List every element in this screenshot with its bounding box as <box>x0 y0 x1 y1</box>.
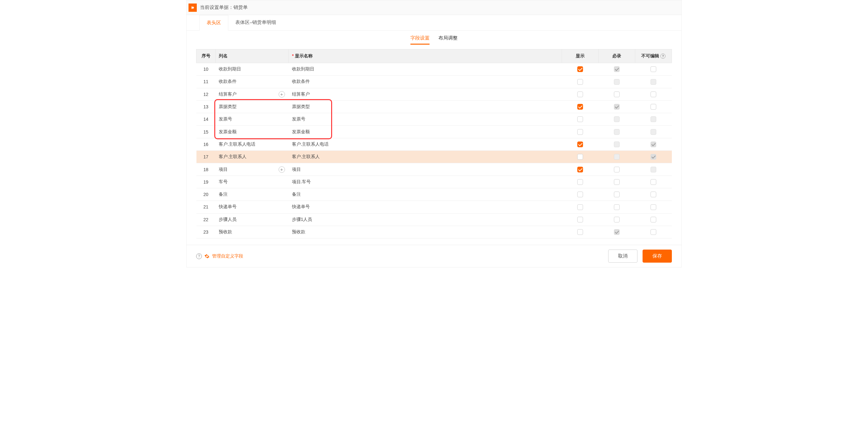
show-checkbox[interactable] <box>577 204 583 210</box>
cell-ne <box>635 125 672 138</box>
cell-display-name[interactable]: 客户.主联系人电话 <box>289 138 562 150</box>
cell-display-name[interactable]: 备注 <box>289 188 562 200</box>
table-row: 10收款到期日收款到期日 <box>196 63 672 76</box>
show-checkbox[interactable] <box>577 217 583 223</box>
req-checkbox[interactable] <box>614 192 620 197</box>
cell-display-name[interactable]: 项目.车号 <box>289 176 562 188</box>
show-checkbox[interactable] <box>577 79 583 85</box>
cell-ne <box>635 188 672 200</box>
show-checkbox[interactable] <box>577 91 583 97</box>
cell-name: 快递单号 <box>216 201 289 213</box>
req-checkbox[interactable] <box>614 204 620 210</box>
save-button[interactable]: 保存 <box>643 250 672 263</box>
cell-req <box>599 176 635 188</box>
subtab-1[interactable]: 布局调整 <box>438 35 458 45</box>
expand-button[interactable] <box>188 3 197 12</box>
ne-checkbox[interactable] <box>651 217 656 223</box>
show-checkbox[interactable] <box>577 154 583 160</box>
table-row: 21快递单号快递单号 <box>196 201 672 213</box>
cell-display-name[interactable]: 票据类型 <box>289 101 562 113</box>
show-checkbox[interactable] <box>577 142 583 147</box>
footer-bar: ? 管理自定义字段 取消 保存 <box>187 245 681 267</box>
cell-show <box>562 201 599 213</box>
ne-checkbox[interactable] <box>651 179 656 185</box>
add-child-button[interactable]: + <box>279 91 285 97</box>
show-checkbox[interactable] <box>577 179 583 185</box>
cell-display-name[interactable]: 收款到期日 <box>289 63 562 76</box>
cell-display-name[interactable]: 发票号 <box>289 113 562 125</box>
tab-1[interactable]: 表体区–销货单明细 <box>228 15 283 30</box>
req-checkbox[interactable] <box>614 217 620 223</box>
ne-checkbox[interactable] <box>651 204 656 210</box>
cell-ne <box>635 163 672 176</box>
cell-ne <box>635 201 672 213</box>
help-icon[interactable]: ? <box>660 54 665 59</box>
cell-name: 收款条件 <box>216 76 289 88</box>
field-table-wrap: 序号 列名 *显示名称 显示 必录 不可编辑? 10收款到期日收款到期日11收款… <box>187 49 681 245</box>
cell-seq: 10 <box>196 63 216 76</box>
ne-checkbox <box>651 142 656 147</box>
cell-name: 票据类型 <box>216 101 289 113</box>
show-checkbox[interactable] <box>577 167 583 172</box>
cell-req <box>599 213 635 226</box>
req-checkbox[interactable] <box>614 167 620 172</box>
tab-0[interactable]: 表头区 <box>199 15 228 31</box>
cell-display-name[interactable]: 结算客户 <box>289 88 562 101</box>
cell-display-name[interactable]: 收款条件 <box>289 76 562 88</box>
cell-ne <box>635 63 672 76</box>
question-icon[interactable]: ? <box>196 253 202 259</box>
table-row: 19车号项目.车号 <box>196 176 672 188</box>
ne-checkbox[interactable] <box>651 104 656 110</box>
col-header-name: 列名 <box>216 49 289 63</box>
ne-checkbox[interactable] <box>651 66 656 72</box>
cell-display-name[interactable]: 预收款 <box>289 226 562 238</box>
gear-icon <box>205 254 210 259</box>
cancel-button[interactable]: 取消 <box>608 250 638 263</box>
chevron-right-double-icon <box>190 5 195 10</box>
cell-display-name[interactable]: 项目 <box>289 163 562 176</box>
col-header-display-label: 显示名称 <box>295 53 313 58</box>
cell-display-name[interactable]: 步骤1人员 <box>289 213 562 226</box>
show-checkbox[interactable] <box>577 129 583 135</box>
req-checkbox[interactable] <box>614 91 620 97</box>
cell-req <box>599 76 635 88</box>
cell-req <box>599 201 635 213</box>
req-checkbox <box>614 229 620 235</box>
table-row: 15发票金额发票金额 <box>196 125 672 138</box>
cell-show <box>562 113 599 125</box>
cell-show <box>562 101 599 113</box>
cell-display-name[interactable]: 客户.主联系人 <box>289 151 562 163</box>
cell-display-name[interactable]: 快递单号 <box>289 201 562 213</box>
footer-right: 取消 保存 <box>604 250 672 263</box>
cell-show <box>562 88 599 101</box>
cell-name: 客户.主联系人电话 <box>216 138 289 150</box>
cell-display-name[interactable]: 发票金额 <box>289 125 562 138</box>
cell-ne <box>635 76 672 88</box>
show-checkbox[interactable] <box>577 104 583 110</box>
cell-ne <box>635 113 672 125</box>
cell-seq: 19 <box>196 176 216 188</box>
ne-checkbox[interactable] <box>651 229 656 235</box>
cell-seq: 17 <box>196 151 216 163</box>
table-row: 16客户.主联系人电话客户.主联系人电话 <box>196 138 672 150</box>
req-checkbox <box>614 66 620 72</box>
req-checkbox <box>614 142 620 147</box>
show-checkbox[interactable] <box>577 116 583 122</box>
show-checkbox[interactable] <box>577 229 583 235</box>
subtab-0[interactable]: 字段设置 <box>410 35 430 45</box>
req-checkbox[interactable] <box>614 179 620 185</box>
req-checkbox <box>614 116 620 122</box>
show-checkbox[interactable] <box>577 66 583 72</box>
col-header-required: 必录 <box>599 49 635 63</box>
manage-custom-fields-link[interactable]: 管理自定义字段 <box>212 253 243 259</box>
cell-name: 预收款 <box>216 226 289 238</box>
add-child-button[interactable]: + <box>279 166 285 173</box>
ne-checkbox[interactable] <box>651 91 656 97</box>
req-checkbox <box>614 104 620 110</box>
req-checkbox <box>614 154 620 160</box>
table-row: 23预收款预收款 <box>196 226 672 238</box>
ne-checkbox[interactable] <box>651 192 656 197</box>
cell-seq: 23 <box>196 226 216 238</box>
show-checkbox[interactable] <box>577 192 583 197</box>
ne-checkbox <box>651 116 656 122</box>
